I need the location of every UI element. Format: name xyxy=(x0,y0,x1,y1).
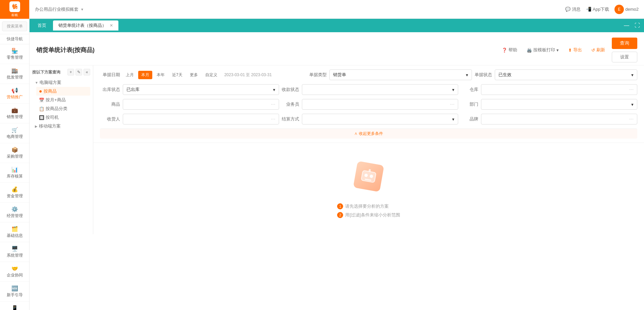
filter-receipt-status: 收款状态 ▾ xyxy=(279,84,458,95)
sidebar-item-retail[interactable]: 🏪 零售管理 xyxy=(0,44,29,64)
export-button[interactable]: ⬆ 导出 xyxy=(566,46,585,54)
empty-hints: 1 请先选择要分析的方案 2 用[过滤]条件来缩小分析范围 xyxy=(337,203,400,221)
sidebar-item-basic[interactable]: 🗂️ 基础信息 xyxy=(0,222,29,242)
print-dropdown-icon[interactable]: ▾ xyxy=(556,48,559,53)
receipt-status-label: 收款状态 xyxy=(279,87,299,93)
receipt-status-control[interactable]: ▾ xyxy=(302,84,458,95)
tree-item-by-goods[interactable]: ● 按商品 xyxy=(36,87,90,96)
goods-control[interactable]: ··· xyxy=(123,99,279,110)
receiver-control[interactable]: ··· xyxy=(123,114,279,124)
tab-close-icon[interactable]: ✕ xyxy=(110,23,113,28)
staff-dots-icon[interactable]: ··· xyxy=(450,101,454,107)
message-button[interactable]: 💬 消息 xyxy=(565,6,581,12)
date-tab-more[interactable]: 更多 xyxy=(187,71,201,79)
sidebar-item-purchase[interactable]: 📦 采购管理 xyxy=(0,143,29,163)
tab-minimize-button[interactable]: — xyxy=(623,21,631,30)
quick-nav-button[interactable]: 快捷导航 xyxy=(0,34,29,44)
basic-icon: 🗂️ xyxy=(1,226,28,232)
sidebar-item-operation[interactable]: ⚙️ 经营管理 xyxy=(0,203,29,222)
sidebar-item-inventory[interactable]: 📊 库存核算 xyxy=(0,163,29,183)
user-profile[interactable]: E demo2 xyxy=(614,5,639,14)
receiver-label: 收货人 xyxy=(100,116,120,122)
warehouse-control[interactable]: ··· xyxy=(481,84,637,95)
content-wrapper: 按以下方案查询 + ✎ « ▼ 电脑端方案 ● 按商品 xyxy=(30,65,644,234)
date-tab-custom[interactable]: 自定义 xyxy=(202,71,220,79)
brand-control[interactable]: ··· xyxy=(481,114,637,124)
tree-item-goods-category[interactable]: 📋 按商品分类 xyxy=(36,104,90,113)
tab-maximize-button[interactable]: ⛶ xyxy=(633,21,641,30)
tree-group-mobile[interactable]: ▶ 移动端方案 xyxy=(32,122,90,131)
dept-control[interactable]: ▾ xyxy=(481,99,637,110)
search-menu-button[interactable]: 搜索菜单 xyxy=(2,21,27,31)
sidebar-item-sales[interactable]: 💼 销售管理 xyxy=(0,104,29,123)
purchase-icon: 📦 xyxy=(1,147,28,153)
staff-control[interactable]: ··· xyxy=(302,99,458,110)
header-right: 💬 消息 📲 App下载 E demo2 xyxy=(565,5,639,14)
set-button[interactable]: 设置 xyxy=(612,52,637,62)
tree-group-desktop[interactable]: ▼ 电脑端方案 xyxy=(32,78,90,87)
add-scheme-button[interactable]: + xyxy=(67,69,74,75)
print-label: 按模板打印 xyxy=(533,47,555,53)
help-label: 帮助 xyxy=(508,47,517,53)
sidebar: 畅 标账 搜索菜单 快捷导航 🏪 零售管理 🏬 批发管理 📢 营销推广 💼 销售… xyxy=(0,0,30,310)
tree-item-goods-category-label: 按商品分类 xyxy=(46,106,67,112)
collapse-filter-button[interactable]: ∧ 收起更多条件 xyxy=(100,128,637,139)
brand-dots-icon[interactable]: ··· xyxy=(629,116,634,122)
filter-goods: 商品 ··· xyxy=(100,99,279,110)
page-actions: ❓ 帮助 🖨️ 按模板打印 ▾ ⬆ 导出 ↺ 刷新 查询 xyxy=(499,38,637,62)
sidebar-item-system[interactable]: 🖥️ 系统管理 xyxy=(0,242,29,262)
tree-item-month-goods[interactable]: 📅 按月+商品 xyxy=(36,96,90,104)
edit-scheme-button[interactable]: ✎ xyxy=(75,69,82,75)
sidebar-item-marketing-label: 营销推广 xyxy=(1,94,28,100)
filter-row-4: 收货人 ··· 结算方式 ▾ xyxy=(100,114,637,124)
date-tab-7days[interactable]: 近7天 xyxy=(169,71,185,79)
help-icon: ❓ xyxy=(502,48,507,53)
sidebar-item-marketing[interactable]: 📢 营销推广 xyxy=(0,84,29,104)
out-status-control[interactable]: 已出库 ▾ xyxy=(123,84,279,95)
logo-text: 标账 xyxy=(11,13,18,17)
refresh-button[interactable]: ↺ 刷新 xyxy=(589,46,608,54)
print-button[interactable]: 🖨️ 按模板打印 ▾ xyxy=(524,46,561,54)
settle-control[interactable]: ▾ xyxy=(302,114,458,124)
sidebar-item-purchase-label: 采购管理 xyxy=(1,154,28,159)
filter-receiver: 收货人 ··· xyxy=(100,114,279,124)
search-menu-area[interactable]: 搜索菜单 xyxy=(0,19,29,34)
sidebar-item-wholesale[interactable]: 🏬 批发管理 xyxy=(0,64,29,84)
filter-row-2: 出库状态 已出库 ▾ 收款状态 ▾ xyxy=(100,84,637,95)
driver-icon: 🔲 xyxy=(39,115,44,120)
filter-doc-status: 单据状态 已生效 ▾ xyxy=(472,69,637,80)
sidebar-item-basic-label: 基础信息 xyxy=(1,233,28,239)
doc-type-control[interactable]: 销货单 ▾ xyxy=(329,69,472,80)
empty-icon xyxy=(348,156,389,197)
doc-type-dropdown-icon: ▾ xyxy=(466,72,468,78)
tab-home[interactable]: 首页 xyxy=(32,20,52,31)
sidebar-item-onboarding[interactable]: 🆕 新手引导 xyxy=(0,282,29,302)
filter-row-3: 商品 ··· 业务员 ··· xyxy=(100,99,637,110)
warehouse-dots-icon[interactable]: ··· xyxy=(629,87,634,93)
goods-dots-icon[interactable]: ··· xyxy=(271,101,275,107)
right-content: 单据日期 上月 本月 本年 近7天 更多 自定义 20 xyxy=(93,65,644,234)
tab-sales-stats[interactable]: 销货单统计表（按商品） ✕ xyxy=(53,20,118,31)
doc-type-label: 单据类型 xyxy=(307,72,327,78)
receiver-dots-icon[interactable]: ··· xyxy=(271,116,275,122)
date-tab-this-year[interactable]: 本年 xyxy=(154,71,168,79)
empty-hint-1: 1 请先选择要分析的方案 xyxy=(337,203,400,209)
sidebar-item-finance[interactable]: 💰 资金管理 xyxy=(0,183,29,203)
tree-item-driver[interactable]: 🔲 按司机 xyxy=(36,113,90,122)
doc-status-control[interactable]: 已生效 ▾ xyxy=(495,69,637,80)
date-tab-last-month[interactable]: 上月 xyxy=(123,71,137,79)
help-button[interactable]: ❓ 帮助 xyxy=(499,46,520,54)
page-title: 销货单统计表(按商品) xyxy=(36,46,95,54)
header-dropdown-icon[interactable]: ▾ xyxy=(81,7,83,12)
date-tab-this-month[interactable]: 本月 xyxy=(138,71,152,79)
sidebar-item-app-center[interactable]: 📱 应用中心 xyxy=(0,302,29,310)
collapse-panel-button[interactable]: « xyxy=(84,69,90,75)
sidebar-item-ecommerce[interactable]: 🛒 电商管理 xyxy=(0,123,29,143)
app-download-button[interactable]: 📲 App下载 xyxy=(586,6,609,12)
hint-2-text: 用[过滤]条件来缩小分析范围 xyxy=(345,212,400,218)
date-filter-control: 上月 本月 本年 近7天 更多 自定义 2023-03-01 至 2023-03… xyxy=(123,71,307,79)
query-button[interactable]: 查询 xyxy=(612,38,637,49)
sales-icon: 💼 xyxy=(1,107,28,113)
logo-icon: 畅 xyxy=(9,1,20,12)
sidebar-item-enterprise[interactable]: 🤝 企业协同 xyxy=(0,262,29,282)
